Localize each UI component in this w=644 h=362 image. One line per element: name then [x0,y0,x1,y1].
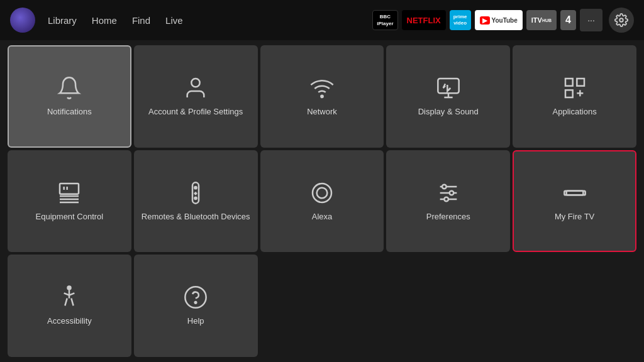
apps-icon [562,75,587,101]
firetv-icon [562,180,587,206]
tile-network[interactable]: Network [260,45,384,148]
nav-library[interactable]: Library [48,15,77,26]
tile-equipment-label: Equipment Control [31,212,109,222]
accessibility-icon [57,285,82,310]
tile-help[interactable]: Help [134,255,258,357]
display-icon [436,75,461,101]
top-navigation: Library Home Find Live BBCiPlayer NETFLI… [0,0,644,40]
nav-links: Library Home Find Live [48,15,183,26]
tile-preferences-label: Preferences [421,212,475,222]
svg-rect-33 [566,190,583,195]
tile-alexa[interactable]: Alexa [260,150,384,253]
wifi-icon [309,75,335,101]
svg-rect-11 [60,184,79,194]
tile-help-label: Help [182,316,209,327]
settings-button[interactable] [609,8,634,33]
svg-point-29 [444,197,448,201]
svg-rect-6 [565,79,573,86]
tile-notifications-label: Notifications [42,107,97,118]
svg-point-37 [195,302,197,304]
tile-accessibility[interactable]: Accessibility [8,255,131,357]
remote-icon [183,180,208,206]
equipment-icon [57,180,82,206]
tile-applications[interactable]: Applications [513,45,636,148]
help-icon [183,285,208,310]
prime-video-icon[interactable]: primevideo [450,10,471,30]
netflix-icon[interactable]: NETFLIX [402,10,446,30]
person-icon [183,75,208,101]
sliders-icon [436,180,461,206]
svg-point-23 [317,187,328,198]
tile-accessibility-label: Accessibility [42,316,97,327]
bell-icon [57,75,82,101]
channel4-icon[interactable]: 4 [560,10,576,30]
svg-rect-8 [565,90,573,97]
svg-point-27 [442,184,447,189]
tile-account[interactable]: Account & Profile Settings [134,45,258,148]
youtube-icon[interactable]: ▶ YouTube [475,10,523,30]
bbc-iplayer-icon[interactable]: BBCiPlayer [372,10,397,30]
tile-equipment[interactable]: Equipment Control [8,150,131,253]
svg-point-36 [186,287,206,308]
itv-icon[interactable]: ITVHUB [526,10,557,30]
svg-point-28 [449,190,453,195]
svg-point-34 [68,287,71,290]
tile-network-label: Network [302,107,342,118]
tile-remotes-label: Remotes & Bluetooth Devices [136,212,255,222]
avatar [10,8,35,33]
tile-alexa-label: Alexa [307,212,338,222]
tile-applications-label: Applications [548,107,602,118]
more-apps-button[interactable]: ··· [580,9,602,31]
svg-rect-7 [577,79,584,86]
tile-myfiretv-label: My Fire TV [550,212,599,222]
svg-point-0 [619,18,623,22]
svg-point-1 [192,79,200,87]
svg-point-18 [195,187,197,189]
settings-grid: Notifications Account & Profile Settings… [0,40,644,362]
svg-point-2 [321,96,323,97]
nav-find[interactable]: Find [132,15,150,26]
app-icons: BBCiPlayer NETFLIX primevideo ▶ YouTube … [372,8,634,33]
alexa-icon [309,180,335,206]
tile-display-sound[interactable]: Display & Sound [386,45,510,148]
tile-display-sound-label: Display & Sound [413,107,484,118]
svg-point-21 [195,197,197,199]
tile-remotes[interactable]: Remotes & Bluetooth Devices [134,150,258,253]
tile-myfiretv[interactable]: My Fire TV [513,150,636,253]
svg-point-22 [313,184,331,202]
tile-preferences[interactable]: Preferences [386,150,510,253]
nav-live[interactable]: Live [165,15,183,26]
tile-account-label: Account & Profile Settings [143,107,248,118]
nav-home[interactable]: Home [92,15,117,26]
tile-notifications[interactable]: Notifications [8,45,131,148]
